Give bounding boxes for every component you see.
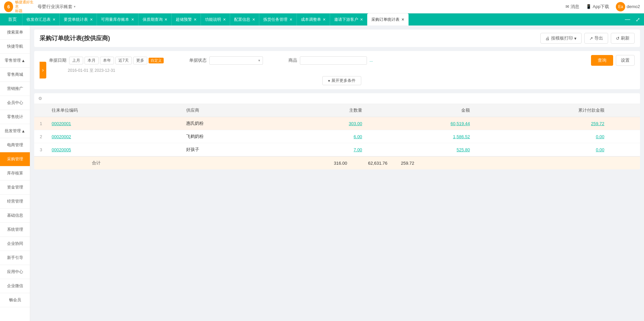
export-button[interactable]: ↗ 导出 bbox=[584, 33, 608, 44]
tab-shoufasun[interactable]: 收发存汇总表 × bbox=[22, 13, 60, 25]
sidebar-item-basic-info[interactable]: 基础信息 bbox=[0, 209, 30, 223]
row-1-paid: 259.72 bbox=[474, 117, 608, 130]
close-icon[interactable]: × bbox=[323, 17, 326, 22]
app-download-button[interactable]: 📱 App下载 bbox=[586, 4, 609, 10]
sidebar-item-enterprise-collab[interactable]: 企业协同 bbox=[0, 237, 30, 251]
main-layout: 搜索菜单 快捷导航 零售管理 ▲ 零售商城 营销推广 会员中心 零售统计 批发管… bbox=[0, 25, 644, 321]
row-3-supplier: 好孩子 bbox=[182, 143, 282, 156]
close-icon[interactable]: × bbox=[223, 17, 226, 22]
footer-paid: 259.72 bbox=[401, 161, 441, 166]
sidebar-item-enterprise-wechat[interactable]: 企业微信 bbox=[0, 279, 30, 293]
print-icon: 🖨 bbox=[545, 36, 550, 41]
close-icon[interactable]: × bbox=[53, 17, 55, 22]
goods-filter: 商品 ... bbox=[288, 56, 373, 65]
workspace-selector[interactable]: 母婴行业演示账套 ▾ bbox=[38, 4, 75, 10]
goods-input[interactable] bbox=[300, 56, 367, 65]
sidebar-item-purchase[interactable]: 采购管理 bbox=[0, 152, 30, 166]
sidebar-item-quicknav[interactable]: 快捷导航 bbox=[0, 40, 30, 54]
maximize-icon[interactable]: ⤢ bbox=[634, 15, 641, 24]
query-button[interactable]: 查询 bbox=[591, 55, 613, 66]
sidebar-item-retail-stats[interactable]: 零售统计 bbox=[0, 110, 30, 124]
print-button[interactable]: 🖨 按模板打印 ▾ bbox=[540, 33, 582, 44]
row-2-code: 00020002 bbox=[48, 130, 182, 143]
sidebar-item-inventory[interactable]: 库存核算 bbox=[0, 166, 30, 180]
close-icon[interactable]: × bbox=[165, 17, 167, 22]
tab-chengben[interactable]: 成本调整单 × bbox=[297, 13, 330, 25]
date-btn-last-month[interactable]: 上月 bbox=[69, 57, 83, 64]
filter-bar: › 单据日期 上月 本月 本年 近7天 更多 自定义 bbox=[34, 51, 640, 89]
date-range-display: 2016-01-01 至 2023-12-31 bbox=[68, 68, 115, 73]
date-range-row: 2016-01-01 至 2023-12-31 bbox=[49, 67, 635, 73]
date-btn-this-month[interactable]: 本月 bbox=[85, 57, 99, 64]
row-3-code: 00020005 bbox=[48, 143, 182, 156]
sidebar-item-search[interactable]: 搜索菜单 bbox=[0, 25, 30, 40]
refresh-button[interactable]: ↺ 刷新 bbox=[611, 33, 635, 44]
date-label: 单据日期 bbox=[49, 57, 66, 63]
row-2-amount: 1,586.52 bbox=[366, 130, 474, 143]
table-toolbar: ⚙ bbox=[34, 93, 640, 104]
expand-conditions-button[interactable]: ▾ 展开更多条件 bbox=[322, 76, 361, 85]
tab-yaoqing[interactable]: 邀请下游客户 × bbox=[330, 13, 367, 25]
sidebar-item-vip[interactable]: 畅会员 bbox=[0, 293, 30, 307]
close-icon[interactable]: × bbox=[131, 17, 134, 22]
sidebar-item-marketing[interactable]: 营销推广 bbox=[0, 82, 30, 96]
tab-yaohuo[interactable]: 要货单统计表 × bbox=[60, 13, 97, 25]
close-icon[interactable]: × bbox=[90, 17, 93, 22]
status-select[interactable] bbox=[209, 56, 263, 65]
content-area: 采购订单统计表(按供应商) 🖨 按模板打印 ▾ ↗ 导出 ↺ 刷新 bbox=[30, 25, 644, 321]
date-btn-this-year[interactable]: 本年 bbox=[100, 57, 114, 64]
footer-label: 合计 bbox=[92, 160, 132, 166]
row-2-supplier: 飞鹤奶粉 bbox=[182, 130, 282, 143]
status-label: 单据状态 bbox=[189, 57, 207, 63]
close-icon[interactable]: × bbox=[360, 17, 363, 22]
sidebar-search-label: 搜索菜单 bbox=[3, 30, 27, 35]
close-icon[interactable]: × bbox=[252, 17, 255, 22]
filter-toggle-button[interactable]: › bbox=[40, 62, 46, 78]
sidebar-item-retail-mgmt[interactable]: 零售管理 ▲ bbox=[0, 54, 30, 68]
tab-gongneng[interactable]: 功能说明 × bbox=[201, 13, 230, 25]
row-3-quantity: 7.00 bbox=[282, 143, 366, 156]
user-menu[interactable]: Ea demo2 bbox=[616, 2, 640, 11]
table-row: 2 00020002 飞鹤奶粉 6.00 1,586.52 0.00 bbox=[34, 130, 640, 143]
message-button[interactable]: ✉ 消息 bbox=[566, 4, 579, 10]
table-settings-icon[interactable]: ⚙ bbox=[38, 96, 42, 101]
close-icon[interactable]: × bbox=[401, 17, 404, 22]
tab-peizhi[interactable]: 配置信息 × bbox=[230, 13, 259, 25]
page-title: 采购订单统计表(按供应商) bbox=[40, 34, 110, 42]
date-btn-7days[interactable]: 近7天 bbox=[115, 57, 132, 64]
minimize-icon[interactable]: — bbox=[624, 15, 632, 24]
sidebar-item-ecommerce[interactable]: 电商管理 bbox=[0, 138, 30, 152]
filter-row-1: 单据日期 上月 本月 本年 近7天 更多 自定义 单据状态 bbox=[49, 55, 635, 66]
tab-keyongliang[interactable]: 可用量库存账本 × bbox=[97, 13, 138, 25]
tab-caigou-active[interactable]: 采购订单统计表 × bbox=[367, 13, 409, 25]
more-filter-button[interactable]: ... bbox=[370, 58, 373, 63]
sidebar-item-member[interactable]: 会员中心 bbox=[0, 96, 30, 110]
sidebar-item-retail-shop[interactable]: 零售商城 bbox=[0, 68, 30, 82]
sidebar-item-sys-mgmt[interactable]: 系统管理 bbox=[0, 223, 30, 237]
nav-window-actions: — ⤢ bbox=[624, 15, 644, 24]
page-header: 采购订单统计表(按供应商) 🖨 按模板打印 ▾ ↗ 导出 ↺ 刷新 bbox=[34, 30, 640, 47]
tab-jianhuo[interactable]: 拣货任务管理 × bbox=[259, 13, 297, 25]
close-icon[interactable]: × bbox=[289, 17, 292, 22]
col-num bbox=[34, 104, 48, 117]
date-shortcuts: 上月 本月 本年 近7天 更多 自定义 bbox=[69, 57, 164, 64]
sidebar-item-ops[interactable]: 经营管理 bbox=[0, 195, 30, 209]
col-quantity: 主数量 bbox=[282, 104, 366, 117]
row-3-paid: 0.00 bbox=[474, 143, 608, 156]
close-icon[interactable]: × bbox=[194, 17, 197, 22]
tab-chaochuyujing[interactable]: 超储预警 × bbox=[172, 13, 201, 25]
settings-button[interactable]: 设置 bbox=[616, 55, 635, 66]
sidebar-item-finance[interactable]: 资金管理 bbox=[0, 180, 30, 195]
tab-baozhi[interactable]: 保质期查询 × bbox=[139, 13, 172, 25]
table-body: 1 00020001 惠氏奶粉 303.00 60,519.44 259.72 … bbox=[34, 117, 640, 156]
footer-quantity: 316.00 bbox=[327, 161, 361, 166]
sidebar-item-app-center[interactable]: 应用中心 bbox=[0, 265, 30, 279]
col-code: 往来单位编码 bbox=[48, 104, 182, 117]
sidebar-item-new-guide[interactable]: 新手引导 bbox=[0, 251, 30, 265]
goods-label: 商品 bbox=[288, 57, 297, 63]
sidebar-quicknav-label: 快捷导航 bbox=[3, 44, 27, 49]
date-btn-more[interactable]: 更多 bbox=[133, 57, 147, 64]
data-table: 往来单位编码 供应商 主数量 金额 累计付款金额 1 00020001 惠氏奶粉… bbox=[34, 104, 640, 156]
tab-home[interactable]: 首页 bbox=[3, 13, 22, 25]
sidebar-item-wholesale[interactable]: 批发管理 ▲ bbox=[0, 124, 30, 138]
